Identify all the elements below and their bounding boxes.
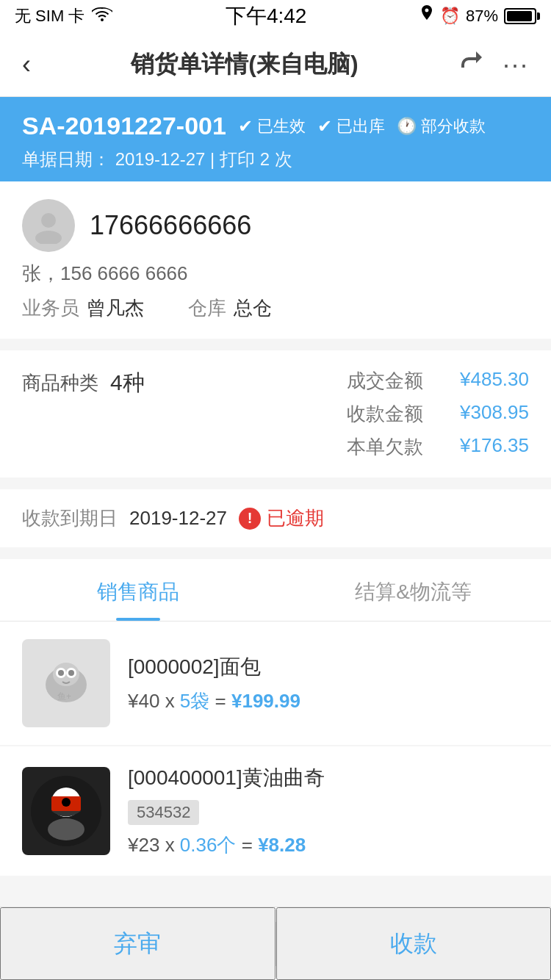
status-bar: 无 SIM 卡 下午4:42 ⏰ 87% [0,0,551,32]
stats-grid: 商品种类 4种 成交金额 ¥485.30 收款金额 ¥308.95 本单欠款 ¥… [22,368,529,460]
header-banner: SA-20191227-001 ✔ 已生效 ✔ 已出库 🕐 部分收款 单据日期：… [0,97,551,181]
deal-amount-label: 成交金额 [347,368,423,394]
overdue-badge: ! 已逾期 [239,505,324,531]
product-qty-1: 5袋 [180,690,209,712]
tab-sales[interactable]: 销售商品 [0,559,276,621]
status-bar-time: 下午4:42 [226,2,307,30]
svg-point-0 [41,213,56,228]
stats-section: 商品种类 4种 成交金额 ¥485.30 收款金额 ¥308.95 本单欠款 ¥… [0,350,551,478]
customer-meta: 业务员 曾凡杰 仓库 总仓 [22,295,529,321]
receipt-amount-row: 收款金额 ¥308.95 [347,401,529,427]
share-button[interactable] [458,48,485,81]
product-price-2: ¥23 x 0.36个 = ¥8.28 [128,832,529,858]
status-bar-right: ⏰ 87% [419,5,536,27]
overdue-icon: ! [239,508,261,530]
due-date-value: 2019-12-27 [129,507,227,530]
location-icon [419,5,434,27]
customer-row: 17666666666 [22,199,529,252]
warehouse-item: 仓库 总仓 [188,295,272,321]
due-section: 收款到期日 2019-12-27 ! 已逾期 [0,489,551,547]
product-name-1: [0000002]面包 [128,653,529,681]
product-total-1: ¥199.99 [231,690,300,712]
customer-id: 17666666666 [90,210,251,241]
debt-amount-label: 本单欠款 [347,434,423,460]
svg-point-7 [68,670,74,676]
customer-section: 17666666666 张，156 6666 6666 业务员 曾凡杰 仓库 总… [0,181,551,339]
svg-point-1 [35,231,62,244]
badge-effective: ✔ 已生效 [238,115,306,137]
battery-percent: 87% [466,7,498,26]
warehouse-label: 仓库 [188,295,226,321]
product-qty-2: 0.36个 [180,834,237,856]
battery-icon [504,8,536,24]
back-button[interactable]: ‹ [22,49,31,80]
badge-partial: 🕐 部分收款 [397,115,486,137]
product-info-1: [0000002]面包 ¥40 x 5袋 = ¥199.99 [128,653,529,714]
product-total-2: ¥8.28 [258,834,306,856]
check-icon-2: ✔ [317,116,332,137]
debt-amount-row: 本单欠款 ¥176.35 [347,434,529,460]
svg-point-12 [48,818,84,840]
overdue-text: 已逾期 [267,505,324,531]
svg-point-6 [58,670,64,676]
list-item: [000400001]黄油曲奇 534532 ¥23 x 0.36个 = ¥8.… [0,746,551,876]
list-item: 鱼+ [0000002]面包 ¥40 x 5袋 = ¥199.99 [0,621,551,745]
badge-shipped: ✔ 已出库 [317,115,385,137]
sales-rep-item: 业务员 曾凡杰 [22,295,144,321]
product-type-label: 商品种类 [22,370,98,396]
wifi-icon [92,7,112,26]
avatar [22,199,75,252]
product-price-1: ¥40 x 5袋 = ¥199.99 [128,688,529,714]
debt-amount-value: ¥176.35 [441,434,529,460]
order-id: SA-20191227-001 [22,112,226,140]
product-batch-2: 534532 [128,800,199,825]
product-type-count: 4种 [110,368,145,398]
more-button[interactable]: ··· [503,49,529,80]
carrier-label: 无 SIM 卡 [15,5,84,27]
product-name-2: [000400001]黄油曲奇 [128,764,529,792]
svg-point-13 [62,798,71,807]
tabs-section: 销售商品 结算&物流等 [0,559,551,621]
product-list: 鱼+ [0000002]面包 ¥40 x 5袋 = ¥199.99 [0,621,551,876]
collect-button[interactable]: 收款 [276,907,552,980]
deal-amount-row: 成交金额 ¥485.30 [347,368,529,394]
customer-name-phone: 张，156 6666 6666 [22,261,529,287]
banner-sub: 单据日期： 2019-12-27 | 打印 2 次 [22,148,529,171]
product-thumbnail-2 [22,767,110,855]
amount-group: 成交金额 ¥485.30 收款金额 ¥308.95 本单欠款 ¥176.35 [347,368,529,460]
page-title: 销货单详情(来自电脑) [131,48,358,81]
reject-button[interactable]: 弃审 [0,907,276,980]
product-info-2: [000400001]黄油曲奇 534532 ¥23 x 0.36个 = ¥8.… [128,764,529,858]
svg-text:鱼+: 鱼+ [57,691,71,702]
bottom-bar: 弃审 收款 [0,907,551,980]
sales-rep-value: 曾凡杰 [87,295,144,321]
sales-rep-label: 业务员 [22,295,79,321]
receipt-amount-label: 收款金额 [347,401,423,427]
status-bar-left: 无 SIM 卡 [15,5,112,27]
product-thumbnail-1: 鱼+ [22,639,110,727]
deal-amount-value: ¥485.30 [441,368,529,394]
clock-icon: 🕐 [397,117,417,136]
receipt-amount-value: ¥308.95 [441,401,529,427]
product-type-group: 商品种类 4种 [22,368,145,398]
warehouse-value: 总仓 [234,295,272,321]
tab-settlement[interactable]: 结算&物流等 [276,559,551,621]
nav-actions: ··· [458,48,529,81]
due-date-label: 收款到期日 [22,505,118,531]
nav-bar: ‹ 销货单详情(来自电脑) ··· [0,32,551,97]
alarm-icon: ⏰ [440,7,460,26]
check-icon-1: ✔ [238,116,253,137]
banner-top: SA-20191227-001 ✔ 已生效 ✔ 已出库 🕐 部分收款 [22,112,529,140]
